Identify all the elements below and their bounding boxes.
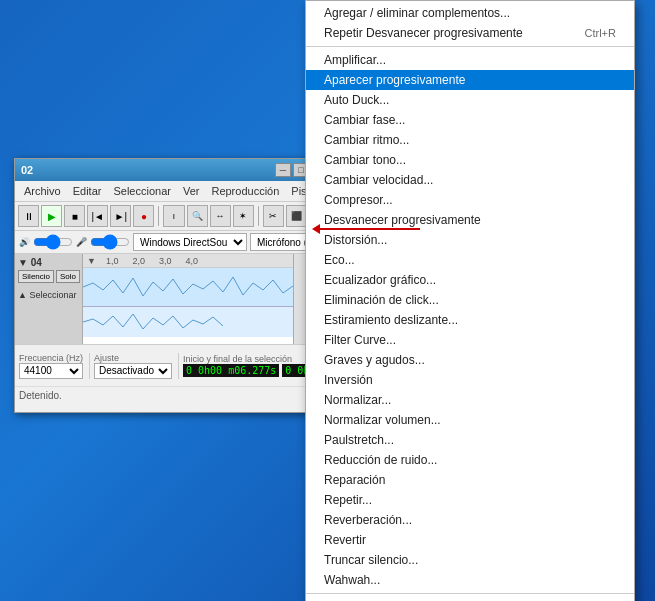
menu-reproduccion[interactable]: Reproducción: [206, 183, 284, 199]
track-controls: ▼ 04 Silencio Solo ▲ Seleccionar: [15, 254, 83, 344]
waveform-lower: [83, 307, 293, 337]
rewind-button[interactable]: |◄: [87, 205, 108, 227]
ctx-normalize[interactable]: Normalizar...: [306, 390, 634, 410]
ctx-paulstretch[interactable]: Paulstretch...: [306, 430, 634, 450]
ctx-noise-reduction[interactable]: Reducción de ruido...: [306, 450, 634, 470]
ctx-normalize-volume[interactable]: Normalizar volumen...: [306, 410, 634, 430]
ruler-start: ▼: [87, 256, 96, 266]
menu-ver[interactable]: Ver: [178, 183, 205, 199]
main-toolbar: ⏸ ▶ ■ |◄ ►| ● I 🔍 ↔ ✶ ✂ ⬛ 📋: [15, 202, 333, 231]
mute-button[interactable]: Silencio: [18, 270, 54, 283]
ruler: ▼ 1,0 2,0 3,0 4,0: [83, 254, 293, 268]
context-menu: Agregar / eliminar complementos... Repet…: [305, 0, 635, 601]
play-button[interactable]: ▶: [41, 205, 62, 227]
adjustment-select[interactable]: Desactivado: [94, 363, 172, 379]
ctx-repair[interactable]: Reparación: [306, 470, 634, 490]
ctx-truncate-silence[interactable]: Truncar silencio...: [306, 550, 634, 570]
status-bar: Frecuencia (Hz) 44100 Ajuste Desactivado…: [15, 344, 333, 386]
ctx-change-tempo[interactable]: Cambiar ritmo...: [306, 130, 634, 150]
adjustment-section: Ajuste Desactivado: [94, 353, 179, 379]
time-start-display: 0 0h00 m06.277s: [183, 364, 279, 377]
ctx-wahwah[interactable]: Wahwah...: [306, 570, 634, 590]
separator-1: [158, 206, 159, 226]
output-device-select[interactable]: Windows DirectSou: [133, 233, 247, 251]
arrow-line: [320, 228, 420, 230]
window-title: 02: [21, 164, 33, 176]
ctx-repeat[interactable]: Repetir...: [306, 490, 634, 510]
menu-seleccionar[interactable]: Seleccionar: [108, 183, 175, 199]
separator-2: [258, 206, 259, 226]
arrow-indicator: [320, 228, 420, 230]
track-header: ▼ 04: [18, 257, 79, 268]
ruler-3: 3,0: [159, 256, 172, 266]
frequency-select[interactable]: 44100: [19, 363, 83, 379]
time-displays: 0 0h00 m06.277s 0 0h: [183, 364, 312, 377]
ctx-fix-block[interactable]: Arreglar bloque...: [306, 597, 634, 601]
ctx-sep-2: [306, 593, 634, 594]
ctx-auto-duck[interactable]: Auto Duck...: [306, 90, 634, 110]
ctx-repeat-fade[interactable]: Repetir Desvanecer progresivamente Ctrl+…: [306, 23, 634, 43]
ctx-fade-out[interactable]: Desvanecer progresivamente: [306, 210, 634, 230]
ctx-distortion[interactable]: Distorsión...: [306, 230, 634, 250]
ctx-compressor[interactable]: Compresor...: [306, 190, 634, 210]
menu-archivo[interactable]: Archivo: [19, 183, 66, 199]
track-number: ▼ 04: [18, 257, 42, 268]
ruler-2: 2,0: [132, 256, 145, 266]
tool-cut[interactable]: ✂: [263, 205, 284, 227]
waveform-svg-upper: [83, 268, 293, 306]
pause-button[interactable]: ⏸: [18, 205, 39, 227]
tool-select[interactable]: I: [163, 205, 184, 227]
waveform-container: ▼ 1,0 2,0 3,0 4,0: [83, 254, 293, 344]
track-mute-solo: Silencio Solo: [18, 270, 79, 283]
adjustment-label: Ajuste: [94, 353, 172, 363]
menu-editar[interactable]: Editar: [68, 183, 107, 199]
ctx-sliding-stretch[interactable]: Estiramiento deslizante...: [306, 310, 634, 330]
status-text: Detenido.: [19, 390, 62, 401]
ctx-change-pitch[interactable]: Cambiar tono...: [306, 150, 634, 170]
output-volume-slider[interactable]: [33, 236, 73, 248]
mic-icon: 🎤: [76, 237, 87, 247]
ctx-bass-treble[interactable]: Graves y agudos...: [306, 350, 634, 370]
waveform-svg-lower: [83, 307, 293, 337]
arrow-head: [312, 224, 320, 234]
title-bar: 02 ─ □ ✕: [15, 159, 333, 181]
record-button[interactable]: ●: [133, 205, 154, 227]
ctx-invert[interactable]: Inversión: [306, 370, 634, 390]
ctx-eq-graphic[interactable]: Ecualizador gráfico...: [306, 270, 634, 290]
frequency-label: Frecuencia (Hz): [19, 353, 83, 363]
tool-zoom[interactable]: 🔍: [187, 205, 208, 227]
select-label: ▲ Seleccionar: [18, 290, 76, 300]
ctx-add-remove[interactable]: Agregar / eliminar complementos...: [306, 3, 634, 23]
app-window: 02 ─ □ ✕ Archivo Editar Seleccionar Ver …: [14, 158, 334, 413]
volume-icon: 🔊: [19, 237, 30, 247]
ctx-filter-curve[interactable]: Filter Curve...: [306, 330, 634, 350]
ctx-amplify[interactable]: Amplificar...: [306, 50, 634, 70]
time-label: Inicio y final de la selección: [183, 354, 312, 364]
forward-button[interactable]: ►|: [110, 205, 131, 227]
ctx-change-speed[interactable]: Cambiar velocidad...: [306, 170, 634, 190]
minimize-button[interactable]: ─: [275, 163, 291, 177]
ctx-fade-in[interactable]: Aparecer progresivamente: [306, 70, 634, 90]
waveform-upper: [83, 268, 293, 306]
ctx-sep-1: [306, 46, 634, 47]
frequency-section: Frecuencia (Hz) 44100: [19, 353, 90, 379]
ctx-click-removal[interactable]: Eliminación de click...: [306, 290, 634, 310]
tool-multi[interactable]: ✶: [233, 205, 254, 227]
tool-copy[interactable]: ⬛: [286, 205, 307, 227]
ctx-reverb[interactable]: Reverberación...: [306, 510, 634, 530]
solo-button[interactable]: Solo: [56, 270, 80, 283]
input-volume-slider[interactable]: [90, 236, 130, 248]
ctx-revert[interactable]: Revertir: [306, 530, 634, 550]
device-toolbar: 🔊 🎤 Windows DirectSou Micrófono (Realtek…: [15, 231, 333, 254]
track-area: ▼ 04 Silencio Solo ▲ Seleccionar ▼ 1,0 2…: [15, 254, 333, 344]
ctx-echo[interactable]: Eco...: [306, 250, 634, 270]
menu-bar: Archivo Editar Seleccionar Ver Reproducc…: [15, 181, 333, 202]
stop-button[interactable]: ■: [64, 205, 85, 227]
track-select-label: ▲ Seleccionar: [18, 287, 79, 301]
detenido-bar: Detenido.: [15, 386, 333, 403]
ctx-change-phase[interactable]: Cambiar fase...: [306, 110, 634, 130]
desktop: 02 ─ □ ✕ Archivo Editar Seleccionar Ver …: [0, 0, 655, 601]
time-section: Inicio y final de la selección 0 0h00 m0…: [183, 354, 312, 377]
tool-move[interactable]: ↔: [210, 205, 231, 227]
ruler-1: 1,0: [106, 256, 119, 266]
